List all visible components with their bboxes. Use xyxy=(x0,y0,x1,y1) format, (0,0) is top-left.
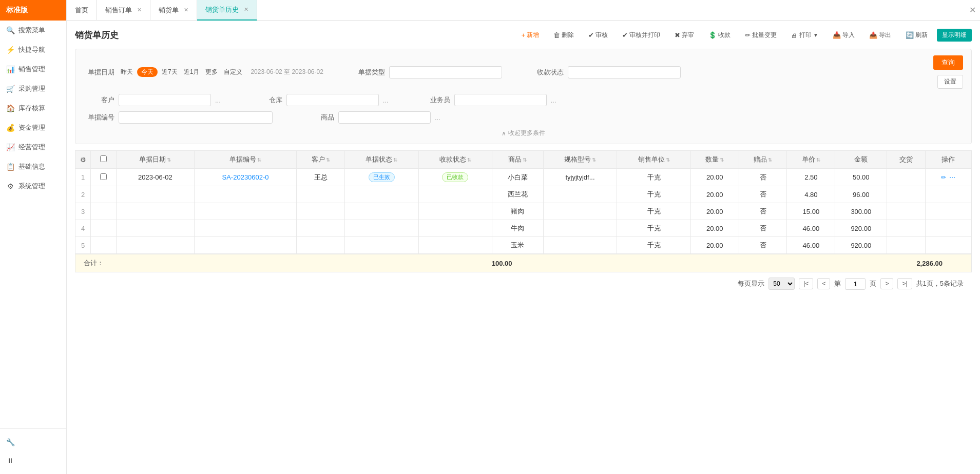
refresh-button[interactable]: 🔄 刷新 xyxy=(900,29,933,42)
col-gift[interactable]: 赠品⇅ xyxy=(739,151,787,169)
table-row: 4 牛肉 千克 20.00 否 46.00 920.00 xyxy=(75,220,972,237)
select-all-checkbox[interactable] xyxy=(100,155,107,162)
sort-icon-payment-status: ⇅ xyxy=(467,157,471,163)
sidebar-bottom-pause[interactable]: ⏸ xyxy=(0,451,66,470)
abandon-button[interactable]: ✖ 弃审 xyxy=(669,29,699,42)
query-button[interactable]: 查询 xyxy=(933,55,963,70)
cell-amount: 920.00 xyxy=(835,220,887,237)
doc-num-input[interactable] xyxy=(119,111,273,124)
cell-transaction xyxy=(887,220,926,237)
warehouse-input[interactable] xyxy=(286,94,379,106)
goods-dots[interactable]: ... xyxy=(435,114,440,122)
shortcut-custom[interactable]: 自定义 xyxy=(222,67,244,77)
cell-sales-unit: 千克 xyxy=(617,203,691,220)
col-goods[interactable]: 商品⇅ xyxy=(492,151,544,169)
goods-input[interactable] xyxy=(338,111,431,124)
col-doc-status[interactable]: 单据状态⇅ xyxy=(345,151,419,169)
cell-doc-num xyxy=(194,186,296,203)
shortcut-today[interactable]: 今天 xyxy=(137,67,158,77)
setting-button[interactable]: 设置 xyxy=(937,75,963,89)
tab-home-label: 首页 xyxy=(75,6,88,15)
page-number-input[interactable] xyxy=(845,278,866,290)
col-quantity[interactable]: 数量⇅ xyxy=(690,151,739,169)
per-page-select[interactable]: 50 100 200 xyxy=(768,278,795,290)
cell-unit-price: 46.00 xyxy=(787,220,835,237)
sidebar-item-finance-mgmt[interactable]: 💰 资金管理 xyxy=(0,118,66,137)
sidebar-item-system-mgmt[interactable]: ⚙ 系统管理 xyxy=(0,176,66,196)
col-doc-date[interactable]: 单据日期⇅ xyxy=(116,151,194,169)
batch-change-button[interactable]: ✏ 批量变更 xyxy=(740,29,782,42)
table-row: 1 2023-06-02 SA-20230602-0 王总 已生效 已收款 小白… xyxy=(75,169,972,186)
page-last-button[interactable]: >| xyxy=(897,278,912,289)
col-unit-price[interactable]: 单价⇅ xyxy=(787,151,835,169)
shortcut-7days[interactable]: 近7天 xyxy=(160,67,180,77)
doc-num-link[interactable]: SA-20230602-0 xyxy=(222,173,269,181)
row-checkbox-input[interactable] xyxy=(100,173,107,180)
customer-input[interactable] xyxy=(119,94,211,106)
sidebar-item-operations-mgmt[interactable]: 📈 经营管理 xyxy=(0,137,66,157)
sidebar-item-inventory[interactable]: 🏠 库存核算 xyxy=(0,98,66,118)
col-doc-num[interactable]: 单据编号⇅ xyxy=(194,151,296,169)
delete-button[interactable]: 🗑 删除 xyxy=(548,29,579,42)
audit-print-button[interactable]: ✔ 审核并打印 xyxy=(617,29,665,42)
sidebar-bottom: 🔧 ⏸ xyxy=(0,428,66,474)
sort-icon-goods: ⇅ xyxy=(523,157,527,163)
tab-delivery-history[interactable]: 销货单历史 ✕ xyxy=(197,0,257,21)
filter-doc-num: 单据编号 xyxy=(84,111,273,124)
page-next-button[interactable]: > xyxy=(880,278,893,289)
col-customer[interactable]: 客户⇅ xyxy=(297,151,345,169)
col-spec-model[interactable]: 规格型号⇅ xyxy=(543,151,617,169)
payment-status-select[interactable] xyxy=(568,66,681,78)
print-button[interactable]: 🖨 打印 ▼ xyxy=(786,29,823,42)
export-icon: 📤 xyxy=(869,31,877,39)
col-sales-unit[interactable]: 销售单位⇅ xyxy=(617,151,691,169)
shortcut-yesterday[interactable]: 昨天 xyxy=(119,67,135,77)
shortcut-1month[interactable]: 近1月 xyxy=(182,67,202,77)
tab-home[interactable]: 首页 xyxy=(67,0,97,21)
col-payment-status[interactable]: 收款状态⇅ xyxy=(418,151,492,169)
tab-sales-order[interactable]: 销售订单 ✕ xyxy=(97,0,150,21)
collapse-button[interactable]: ∧ 收起更多条件 xyxy=(84,129,963,137)
sidebar-item-basic-info[interactable]: 📋 基础信息 xyxy=(0,157,66,176)
salesperson-label: 业务员 xyxy=(419,95,450,105)
abandon-icon: ✖ xyxy=(675,31,680,39)
salesperson-input[interactable] xyxy=(454,94,547,106)
cell-unit-price: 15.00 xyxy=(787,203,835,220)
display-detail-button[interactable]: 显示明细 xyxy=(937,29,972,42)
doc-type-select[interactable] xyxy=(389,66,502,78)
col-settings[interactable]: ⚙ xyxy=(75,151,91,169)
sidebar-item-label: 系统管理 xyxy=(18,182,45,191)
export-button[interactable]: 📤 导出 xyxy=(864,29,896,42)
op-more-button[interactable]: ⋯ xyxy=(948,174,957,181)
import-button[interactable]: 📥 导入 xyxy=(828,29,860,42)
batch-change-label: 批量变更 xyxy=(752,31,777,40)
page-prev-button[interactable]: < xyxy=(817,278,830,289)
cell-goods: 猪肉 xyxy=(492,203,544,220)
warehouse-dots[interactable]: ... xyxy=(383,96,389,104)
sidebar-item-sales-mgmt[interactable]: 📊 销售管理 xyxy=(0,60,66,79)
shortcut-more[interactable]: 更多 xyxy=(203,67,220,77)
sidebar-item-quick-nav[interactable]: ⚡ 快捷导航 xyxy=(0,40,66,60)
cell-sales-unit: 千克 xyxy=(617,186,691,203)
sidebar-item-purchase-mgmt[interactable]: 🛒 采购管理 xyxy=(0,79,66,98)
salesperson-dots[interactable]: ... xyxy=(551,96,556,104)
tab-sales-order-close[interactable]: ✕ xyxy=(137,7,142,13)
sidebar-bottom-settings[interactable]: 🔧 xyxy=(0,433,66,451)
customer-dots[interactable]: ... xyxy=(215,96,221,104)
cell-amount: 920.00 xyxy=(835,237,887,254)
cell-payment-status: 已收款 xyxy=(418,169,492,186)
add-button[interactable]: + 新增 xyxy=(516,29,545,42)
collect-button[interactable]: 💲 收款 xyxy=(703,29,736,42)
op-edit-button[interactable]: ✏ xyxy=(939,174,948,181)
tab-delivery-close[interactable]: ✕ xyxy=(184,7,188,13)
tab-delivery[interactable]: 销货单 ✕ xyxy=(150,0,197,21)
sidebar-item-label: 经营管理 xyxy=(18,143,45,152)
tab-bar-close[interactable]: ✕ xyxy=(969,5,980,15)
collect-label: 收款 xyxy=(718,31,731,40)
sort-icon-quantity: ⇅ xyxy=(720,157,724,163)
audit-button[interactable]: ✔ 审核 xyxy=(583,29,613,42)
sort-icon-spec-model: ⇅ xyxy=(592,157,596,163)
page-first-button[interactable]: |< xyxy=(799,278,813,289)
sidebar-item-search-menu[interactable]: 🔍 搜索菜单 xyxy=(0,21,66,40)
tab-delivery-history-close[interactable]: ✕ xyxy=(244,6,248,13)
